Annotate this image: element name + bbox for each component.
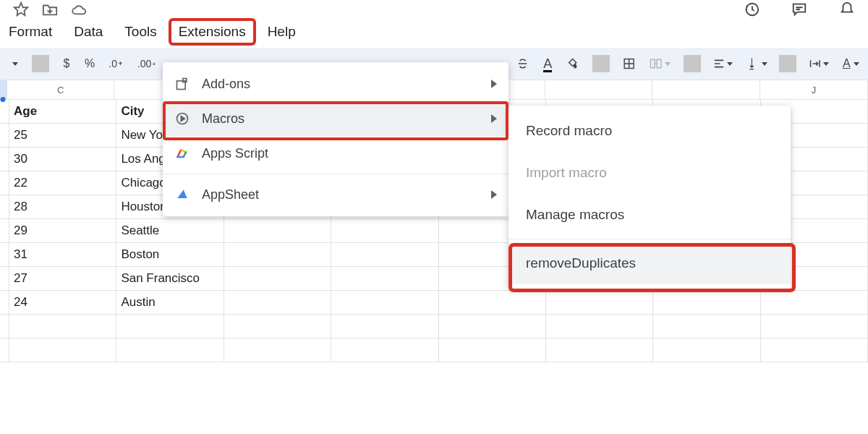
cell-city[interactable]: San Francisco	[116, 267, 224, 291]
cell[interactable]	[224, 219, 331, 243]
menu-tools[interactable]: Tools	[116, 20, 165, 44]
cell[interactable]	[0, 171, 9, 195]
cell[interactable]	[224, 243, 331, 267]
cloud-saved-icon[interactable]	[71, 1, 87, 17]
menu-item-macros[interactable]: Macros	[163, 101, 509, 136]
svg-rect-4	[657, 59, 661, 68]
cell[interactable]	[0, 291, 9, 315]
cell-age[interactable]: 27	[9, 267, 116, 291]
column-header-c[interactable]: C	[7, 80, 115, 99]
cell[interactable]	[546, 291, 653, 315]
svg-rect-3	[650, 59, 655, 68]
menu-help[interactable]: Help	[259, 20, 305, 44]
cell[interactable]	[224, 291, 331, 315]
star-icon[interactable]	[13, 1, 29, 17]
more-formats-dropdown[interactable]	[6, 52, 23, 75]
cell[interactable]	[224, 339, 331, 362]
column-header[interactable]	[545, 80, 653, 99]
menu-item-appsheet[interactable]: AppSheet	[163, 177, 509, 212]
cell[interactable]	[224, 267, 331, 291]
appsheet-icon	[174, 187, 190, 203]
menu-item-label: Macros	[202, 111, 244, 127]
cell-age[interactable]: 24	[9, 291, 116, 315]
submenu-manage-macros[interactable]: Manage macros	[509, 194, 791, 236]
cell-city[interactable]: Austin	[116, 291, 224, 315]
cell[interactable]	[331, 243, 438, 267]
cell[interactable]	[0, 267, 9, 291]
cell[interactable]	[761, 339, 868, 362]
cell[interactable]	[331, 267, 438, 291]
cell[interactable]	[653, 315, 760, 339]
menu-data[interactable]: Data	[65, 20, 111, 44]
borders-button[interactable]	[618, 52, 639, 75]
column-header-j[interactable]: J	[760, 80, 868, 99]
cell-age[interactable]: 22	[9, 171, 116, 195]
cell[interactable]	[0, 339, 9, 362]
cell-age[interactable]: 28	[9, 195, 116, 219]
bell-icon[interactable]	[839, 1, 855, 17]
menu-item-addons[interactable]: Add-ons	[163, 67, 509, 101]
comment-icon[interactable]	[791, 1, 807, 17]
cell[interactable]	[439, 315, 546, 339]
cell-age[interactable]: 31	[9, 243, 116, 267]
text-rotation-button[interactable]: A	[839, 52, 862, 75]
column-header[interactable]	[0, 80, 7, 99]
cell[interactable]	[0, 124, 9, 148]
increase-decimal-button[interactable]: .00	[133, 52, 161, 75]
cell-city[interactable]: Seattle	[116, 219, 224, 243]
menu-item-apps-script[interactable]: Apps Script	[163, 136, 509, 171]
cell[interactable]	[331, 291, 438, 315]
cell-age[interactable]: 25	[9, 124, 116, 148]
cell[interactable]	[761, 315, 868, 339]
menu-format[interactable]: Format	[0, 20, 61, 44]
cell[interactable]	[9, 315, 116, 339]
cell[interactable]	[0, 315, 9, 339]
cell[interactable]	[331, 315, 438, 339]
cell[interactable]	[546, 339, 653, 362]
cell[interactable]	[331, 339, 438, 362]
menu-item-label: Apps Script	[202, 146, 268, 161]
cell[interactable]	[0, 195, 9, 219]
cell[interactable]	[439, 291, 546, 315]
cell[interactable]	[439, 339, 546, 362]
text-wrap-button[interactable]	[805, 52, 834, 75]
submenu-custom-macro[interactable]: removeDuplicates	[509, 242, 791, 284]
cell[interactable]	[224, 315, 331, 339]
vertical-align-button[interactable]: ⭳	[743, 52, 770, 75]
separator	[779, 55, 796, 72]
percent-button[interactable]: %	[81, 52, 98, 75]
submenu-record-macro[interactable]: Record macro	[509, 110, 791, 152]
horizontal-align-button[interactable]	[710, 52, 737, 75]
merge-cells-button[interactable]	[645, 52, 675, 75]
cell-age[interactable]: 30	[9, 148, 116, 171]
cell[interactable]	[0, 100, 9, 124]
header-cell-age[interactable]: Age	[9, 100, 116, 124]
chevron-right-icon	[491, 190, 497, 199]
column-header[interactable]	[652, 80, 760, 99]
decrease-decimal-button[interactable]: .0	[104, 52, 127, 75]
cell-age[interactable]: 29	[9, 219, 116, 243]
cell-city[interactable]: Boston	[116, 243, 224, 267]
cell[interactable]	[0, 219, 9, 243]
text-color-button[interactable]: A	[539, 52, 556, 75]
move-to-folder-icon[interactable]	[42, 1, 58, 17]
cell[interactable]	[9, 339, 116, 362]
menu-item-label: Add-ons	[202, 77, 250, 92]
macros-submenu: Record macro Import macro Manage macros …	[509, 106, 791, 289]
cell[interactable]	[0, 148, 9, 171]
cell[interactable]	[653, 291, 760, 315]
strikethrough-button[interactable]	[512, 52, 533, 75]
cell[interactable]	[331, 219, 438, 243]
menu-divider	[163, 174, 509, 174]
cell[interactable]	[0, 243, 9, 267]
cell[interactable]	[546, 315, 653, 339]
cell[interactable]	[653, 339, 760, 362]
text-color-letter: A	[543, 56, 552, 72]
menu-extensions[interactable]: Extensions	[170, 20, 255, 44]
cell[interactable]	[116, 339, 224, 362]
cell[interactable]	[761, 291, 868, 315]
history-icon[interactable]	[744, 1, 760, 17]
cell[interactable]	[116, 315, 224, 339]
fill-color-button[interactable]	[562, 52, 583, 75]
currency-button[interactable]: $	[58, 52, 75, 75]
